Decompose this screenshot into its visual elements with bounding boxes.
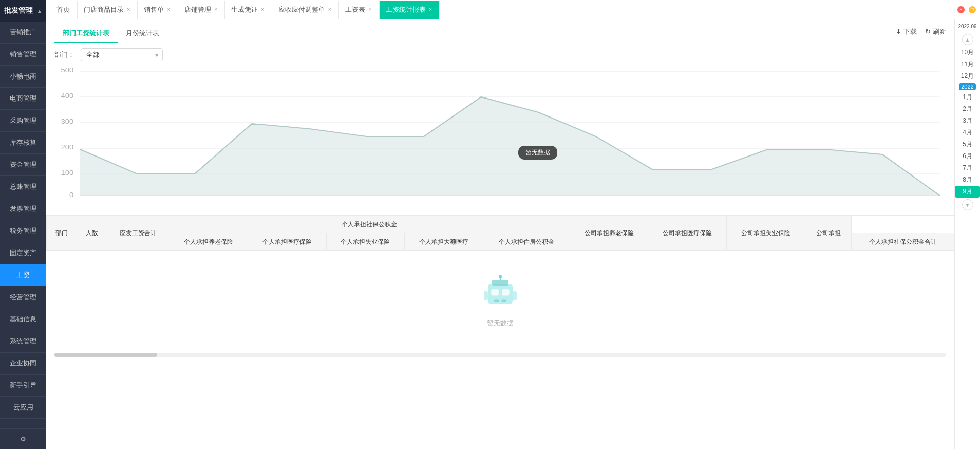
th-count: 人数	[77, 216, 107, 251]
th-total-salary: 应发工资合计	[107, 216, 169, 251]
sidebar-item-zjgl[interactable]: 资金管理	[0, 154, 46, 176]
sidebar-item-swgl[interactable]: 税务管理	[0, 220, 46, 242]
sidebar-item-kchj[interactable]: 库存核算	[0, 132, 46, 154]
sidebar-item-zzgl[interactable]: 总账管理	[0, 176, 46, 198]
th-company-pension: 公司承担养老保险	[570, 216, 648, 251]
sidebar-item-xsgl[interactable]: 销售管理	[0, 44, 46, 66]
sub-tabs-left: 部门工资统计表 月份统计表	[54, 25, 167, 43]
tab-gztjbb[interactable]: 工资统计报表×	[380, 1, 440, 19]
th-p-total: 个人承担社保公积金合计	[852, 233, 954, 251]
svg-rect-14	[492, 280, 508, 286]
filter-dept-label: 部门：	[54, 50, 74, 60]
timeline-up-btn[interactable]: ▲	[962, 34, 973, 45]
timeline-month-1[interactable]: 1月	[955, 91, 980, 103]
sidebar-item-fpgl[interactable]: 发票管理	[0, 198, 46, 220]
svg-rect-22	[513, 291, 517, 300]
tabs-bar: 首页门店商品目录×销售单×店铺管理×生成凭证×应收应付调整单×工资表×工资统计报…	[46, 0, 980, 19]
main-area: 首页门店商品目录×销售单×店铺管理×生成凭证×应收应付调整单×工资表×工资统计报…	[46, 0, 980, 449]
timeline-current-date: 2022.09	[958, 23, 976, 30]
timeline-year-2022[interactable]: 2022	[959, 83, 975, 90]
table-scrollbar-thumb[interactable]	[54, 353, 157, 357]
sidebar-item-qyxt[interactable]: 企业协同	[0, 353, 46, 375]
sidebar-header[interactable]: 批发管理 ▲	[0, 0, 46, 22]
dept-select[interactable]: 全部	[81, 48, 163, 61]
tab-close-gzb[interactable]: ×	[368, 7, 371, 12]
svg-text:200: 200	[61, 144, 73, 150]
sidebar-item-dsgl[interactable]: 电商管理	[0, 88, 46, 110]
timeline-month-5[interactable]: 5月	[955, 139, 980, 150]
svg-text:400: 400	[61, 92, 73, 99]
sidebar-item-xydds[interactable]: 小畅电商	[0, 66, 46, 88]
sidebar-item-jygl[interactable]: 经营管理	[0, 286, 46, 308]
content-area: 部门工资统计表 月份统计表 ⬇ 下载 ↻ 刷新 部门：	[46, 19, 980, 449]
tab-close-sczm[interactable]: ×	[261, 7, 264, 12]
svg-point-16	[499, 275, 502, 278]
tab-sy[interactable]: 首页	[50, 1, 78, 19]
timeline-month-12[interactable]: 12月	[955, 70, 980, 82]
tab-close-dpgl[interactable]: ×	[214, 7, 217, 12]
sidebar-item-jcxx[interactable]: 基础信息	[0, 308, 46, 330]
th-p-pension: 个人承担养老保险	[169, 233, 248, 251]
timeline-month-4[interactable]: 4月	[955, 127, 980, 139]
th-company-medical: 公司承担医疗保险	[648, 216, 727, 251]
sidebar-item-xsyd[interactable]: 新手引导	[0, 375, 46, 397]
download-btn[interactable]: ⬇ 下载	[896, 27, 917, 36]
tab-close-gztjbb[interactable]: ×	[429, 7, 432, 12]
sidebar-item-yyyy[interactable]: 云应用	[0, 397, 46, 419]
no-data-label: 暂无数据	[487, 319, 514, 328]
tab-close-xsd[interactable]: ×	[167, 7, 170, 12]
window-restore-btn[interactable]: □	[969, 6, 976, 13]
svg-rect-17	[491, 289, 498, 295]
refresh-label: 刷新	[933, 27, 946, 36]
tab-ysyftz[interactable]: 应收应付调整单×	[272, 1, 339, 19]
page: 部门工资统计表 月份统计表 ⬇ 下载 ↻ 刷新 部门：	[46, 19, 954, 449]
tab-mdsp[interactable]: 门店商品目录×	[78, 1, 138, 19]
download-icon: ⬇	[896, 28, 901, 35]
window-close-btn[interactable]: ×	[957, 6, 965, 13]
refresh-btn[interactable]: ↻ 刷新	[925, 27, 946, 36]
timeline-month-10[interactable]: 10月	[955, 47, 980, 58]
th-company-other: 公司承担	[805, 216, 852, 251]
timeline-month-6[interactable]: 6月	[955, 150, 980, 162]
filter-bar: 部门： 全部	[46, 43, 954, 66]
tab-dpgl[interactable]: 店铺管理×	[178, 1, 225, 19]
svg-text:0: 0	[69, 191, 73, 198]
table-area[interactable]: 部门 人数 应发工资合计 个人承担社保公积金 公司承担养老保险 公司承担医疗保险…	[46, 215, 954, 449]
stats-table: 部门 人数 应发工资合计 个人承担社保公积金 公司承担养老保险 公司承担医疗保险…	[46, 216, 954, 251]
svg-rect-19	[494, 299, 499, 302]
svg-rect-20	[501, 299, 506, 302]
tab-dept-stats[interactable]: 部门工资统计表	[54, 25, 118, 43]
sidebar-item-xtgl[interactable]: 系统管理	[0, 330, 46, 353]
timeline-month-7[interactable]: 7月	[955, 162, 980, 174]
svg-text:100: 100	[61, 169, 73, 176]
dept-select-wrapper: 全部	[81, 48, 163, 61]
sidebar-item-gdyc[interactable]: 固定资产	[0, 242, 46, 264]
table-scrollbar[interactable]	[54, 353, 946, 357]
sidebar-item-gz[interactable]: 工资	[0, 264, 46, 286]
sidebar-title: 批发管理	[4, 6, 33, 15]
timeline-month-3[interactable]: 3月	[955, 115, 980, 127]
svg-marker-12	[80, 97, 940, 196]
tab-xsd[interactable]: 销售单×	[138, 1, 178, 19]
download-label: 下载	[903, 27, 917, 36]
sidebar-settings-btn[interactable]: ⚙	[0, 428, 46, 449]
table-scrollbar-container	[46, 348, 954, 361]
sub-tabs-right: ⬇ 下载 ↻ 刷新	[896, 27, 946, 41]
tab-close-mdsp[interactable]: ×	[127, 7, 130, 12]
tab-sczm[interactable]: 生成凭证×	[225, 1, 272, 19]
tab-close-ysyftz[interactable]: ×	[328, 7, 331, 12]
sidebar-item-yxty[interactable]: 营销推广	[0, 22, 46, 44]
no-data-container: 暂无数据	[46, 251, 954, 348]
svg-text:300: 300	[61, 118, 73, 125]
tab-gzb[interactable]: 工资表×	[339, 1, 379, 19]
timeline-month-9[interactable]: 9月	[955, 186, 980, 198]
timeline-down-btn[interactable]: ▼	[962, 199, 973, 210]
tab-month-stats[interactable]: 月份统计表	[118, 25, 167, 43]
timeline-month-11[interactable]: 11月	[955, 58, 980, 70]
sidebar-item-cggl[interactable]: 采购管理	[0, 110, 46, 132]
timeline-month-2[interactable]: 2月	[955, 103, 980, 115]
timeline-month-8[interactable]: 8月	[955, 174, 980, 186]
th-p-unemployment: 个人承担失业保险	[326, 233, 405, 251]
sidebar: 批发管理 ▲ 营销推广销售管理小畅电商电商管理采购管理库存核算资金管理总账管理发…	[0, 0, 46, 449]
window-controls: × □	[957, 6, 976, 13]
